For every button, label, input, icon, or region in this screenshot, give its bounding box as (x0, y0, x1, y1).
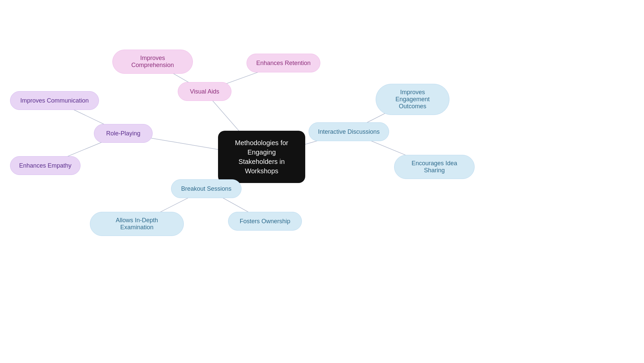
role-playing-node: Role-Playing (94, 124, 153, 143)
breakout-sessions-node: Breakout Sessions (171, 179, 241, 198)
improves-comprehension-node: Improves Comprehension (112, 50, 193, 74)
improves-communication-node: Improves Communication (10, 91, 99, 110)
visual-aids-node: Visual Aids (178, 82, 231, 101)
interactive-discussions-node: Interactive Discussions (309, 122, 389, 141)
enhances-empathy-node: Enhances Empathy (10, 156, 80, 175)
center-node: Methodologies for Engaging Stakeholders … (218, 131, 305, 183)
fosters-ownership-node: Fosters Ownership (228, 212, 302, 231)
allows-in-depth-node: Allows In-Depth Examination (90, 212, 184, 236)
enhances-retention-node: Enhances Retention (247, 54, 320, 72)
improves-engagement-node: Improves Engagement Outcomes (376, 84, 449, 115)
encourages-idea-sharing-node: Encourages Idea Sharing (394, 155, 475, 179)
